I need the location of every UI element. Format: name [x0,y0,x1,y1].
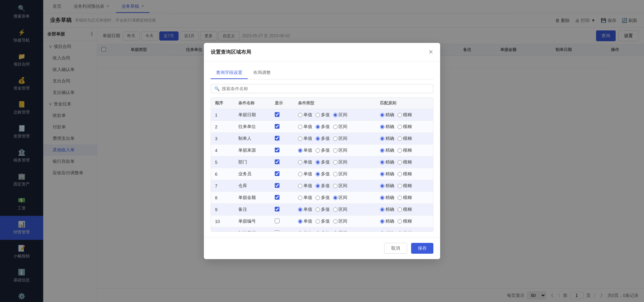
show-checkbox[interactable] [275,183,279,188]
type-radio-单值[interactable] [298,160,302,165]
modal-search-input[interactable] [222,86,430,91]
match-radio-模糊[interactable] [398,136,402,141]
type-radio-区间[interactable] [333,125,338,129]
row-name: 单据编号 [234,216,271,227]
radio-label: 区间 [339,124,347,130]
radio-label: 多值 [321,171,330,177]
radio-label: 单值 [303,135,312,142]
radio-label: 模糊 [403,112,412,118]
match-radio-模糊[interactable] [398,231,402,232]
type-radio-单值[interactable] [298,196,302,200]
row-order: 7 [211,180,234,192]
match-radio-模糊[interactable] [398,148,402,153]
radio-label: 模糊 [403,159,412,165]
type-radio-多值[interactable] [316,184,320,188]
row-name: 单据来源 [234,145,271,156]
show-checkbox[interactable] [275,136,279,141]
type-radio-多值[interactable] [316,160,320,165]
radio-label: 精确 [385,135,394,142]
type-radio-区间[interactable] [333,160,338,165]
type-radio-区间[interactable] [333,172,338,176]
match-radio-精确[interactable] [380,184,384,188]
radio-label: 模糊 [403,147,412,153]
match-radio-模糊[interactable] [398,125,402,129]
match-radio-精确[interactable] [380,148,384,153]
show-checkbox[interactable] [275,159,279,164]
radio-label: 多值 [321,159,330,165]
type-radio-单值[interactable] [298,231,302,232]
radio-label: 精确 [385,112,394,118]
type-radio-区间[interactable] [333,231,338,232]
type-radio-单值[interactable] [298,207,302,212]
match-radio-精确[interactable] [380,136,384,141]
match-radio-精确[interactable] [380,207,384,212]
row-order: 2 [211,121,234,133]
type-radio-区间[interactable] [333,148,338,153]
type-radio-区间[interactable] [333,196,338,200]
type-radio-多值[interactable] [316,196,320,200]
row-order: 10 [211,216,234,227]
type-radio-区间[interactable] [333,207,338,212]
cancel-button[interactable]: 取消 [384,243,407,254]
row-order: 11 [211,227,234,232]
radio-label: 单值 [303,206,312,212]
type-radio-区间[interactable] [333,184,338,188]
type-radio-多值[interactable] [316,113,320,117]
type-radio-多值[interactable] [316,207,320,212]
match-radio-模糊[interactable] [398,219,402,224]
type-radio-多值[interactable] [316,172,320,176]
type-radio-多值[interactable] [316,219,320,224]
type-radio-区间[interactable] [333,113,338,117]
show-checkbox[interactable] [275,219,279,223]
type-radio-多值[interactable] [316,148,320,153]
radio-label: 多值 [321,230,330,232]
match-radio-精确[interactable] [380,172,384,176]
show-checkbox[interactable] [275,148,279,152]
type-radio-单值[interactable] [298,148,302,153]
radio-label: 多值 [321,206,330,212]
type-radio-单值[interactable] [298,113,302,117]
radio-label: 区间 [339,206,347,212]
type-radio-单值[interactable] [298,184,302,188]
modal-overlay: 设置查询区域布局 ✕ 查询字段设置布局调整 🔍 顺序条件名称显示条件类型匹配原则… [0,0,644,302]
radio-label: 多值 [321,112,330,118]
show-checkbox[interactable] [275,195,279,200]
modal-tab-布局调整[interactable]: 布局调整 [248,67,276,79]
match-radio-模糊[interactable] [398,196,402,200]
type-radio-区间[interactable] [333,136,338,141]
type-radio-多值[interactable] [316,125,320,129]
type-radio-单值[interactable] [298,125,302,129]
type-radio-多值[interactable] [316,231,320,232]
row-order: 6 [211,168,234,180]
show-checkbox[interactable] [275,171,279,176]
match-radio-精确[interactable] [380,196,384,200]
show-checkbox[interactable] [275,112,279,117]
show-checkbox[interactable] [275,230,279,232]
match-radio-模糊[interactable] [398,113,402,117]
save-button[interactable]: 保存 [411,243,433,254]
match-radio-精确[interactable] [380,219,384,224]
modal-tab-查询字段设置[interactable]: 查询字段设置 [211,67,248,79]
radio-label: 模糊 [403,218,412,224]
radio-label: 区间 [339,135,347,142]
match-radio-精确[interactable] [380,113,384,117]
match-radio-精确[interactable] [380,231,384,232]
settings-modal: 设置查询区域布局 ✕ 查询字段设置布局调整 🔍 顺序条件名称显示条件类型匹配原则… [204,43,440,259]
modal-close-button[interactable]: ✕ [428,48,433,56]
type-radio-区间[interactable] [333,219,338,224]
match-radio-模糊[interactable] [398,184,402,188]
type-radio-单值[interactable] [298,172,302,176]
match-radio-精确[interactable] [380,160,384,165]
radio-label: 多值 [321,218,330,224]
show-checkbox[interactable] [275,207,279,211]
match-radio-模糊[interactable] [398,172,402,176]
match-radio-模糊[interactable] [398,160,402,165]
type-radio-单值[interactable] [298,136,302,141]
match-radio-精确[interactable] [380,125,384,129]
type-radio-单值[interactable] [298,219,302,224]
type-radio-多值[interactable] [316,136,320,141]
match-radio-模糊[interactable] [398,207,402,212]
show-checkbox[interactable] [275,124,279,129]
table-row: 11制单日期单值多值区间精确模糊 [211,227,433,232]
settings-col-显示: 显示 [271,98,294,109]
